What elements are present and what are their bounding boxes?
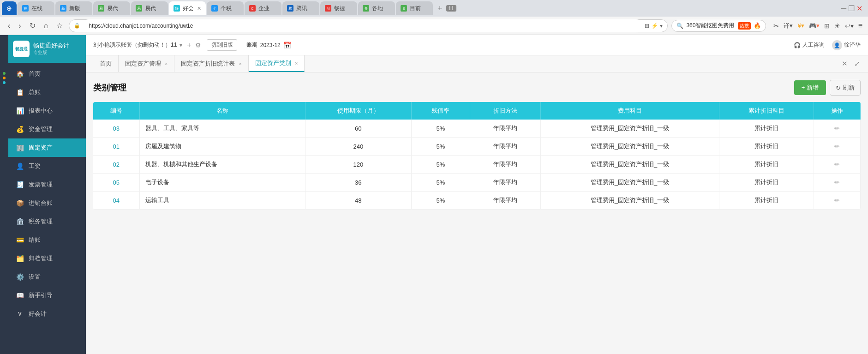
row3-expense: 管理费用_固定资产折旧_一级 <box>540 174 719 192</box>
settlement-icon: 💳 <box>16 236 24 244</box>
star-btn[interactable]: ☆ <box>54 20 65 31</box>
row0-code: 03 <box>93 120 139 138</box>
panel-close-btn[interactable]: ✕ <box>839 59 850 69</box>
tab-homepage[interactable]: 首页 <box>93 55 119 72</box>
new-tab-btn[interactable]: + <box>436 3 444 14</box>
tab-muqian[interactable]: S 目前 <box>396 1 433 15</box>
browser-close[interactable]: ✕ <box>856 4 862 13</box>
dropdown-icon[interactable]: ▾ <box>660 23 663 29</box>
add-category-btn[interactable]: + 新增 <box>794 80 826 95</box>
settings-gear-icon[interactable]: ⚙ <box>195 42 201 49</box>
service-btn[interactable]: 🎧 人工咨询 <box>794 41 825 49</box>
row1-code: 01 <box>93 138 139 156</box>
sidebar: 畅捷通 畅捷通好会计 专业版 🏠 首页 📋 总账 📊 报表中心 💰 资金 <box>8 35 86 354</box>
edit-icon-row2[interactable]: ✏ <box>834 161 840 168</box>
refresh-label: 刷新 <box>843 84 855 92</box>
edit-icon-row0[interactable]: ✏ <box>834 125 840 132</box>
sidebar-item-payroll[interactable]: 👤 工资 <box>8 157 86 175</box>
address-bar-input-wrapper[interactable]: 🔒 ⊞ ⚡ ▾ <box>69 19 668 32</box>
tab-icon-changjie: M <box>325 5 331 12</box>
tab-close-haohui[interactable]: ✕ <box>197 6 201 12</box>
tab-yidai2[interactable]: 易 易代 <box>131 1 168 15</box>
table-row: 03 器具、工具、家具等 60 5% 年限平均 管理费用_固定资产折旧_一级 累… <box>93 120 861 138</box>
period-value: 2023-12 <box>260 42 281 48</box>
sidebar-item-settings[interactable]: ⚙️ 设置 <box>8 268 86 286</box>
tab-tengxun[interactable]: 腾 腾讯 <box>282 1 319 15</box>
menu-icon[interactable]: ≡ <box>858 22 862 30</box>
sidebar-label-reports: 报表中心 <box>29 107 53 115</box>
sidebar-item-version[interactable]: V 好会计 <box>8 305 86 323</box>
row0-action[interactable]: ✏ <box>814 120 860 138</box>
tab-zaixian[interactable]: 在 在线 <box>18 1 54 15</box>
tab-changjie[interactable]: M 畅捷 <box>320 1 357 15</box>
cut-icon[interactable]: ✂ <box>773 22 779 30</box>
tab-xinban[interactable]: 新 新版 <box>55 1 92 15</box>
browser-restore[interactable]: ❐ <box>848 4 855 13</box>
sidebar-label-archive: 归档管理 <box>29 254 53 263</box>
sidebar-nav: 🏠 首页 📋 总账 📊 报表中心 💰 资金管理 🏢 固定资产 👤 工资 <box>8 63 86 354</box>
user-avatar[interactable]: 👤 徐泽华 <box>832 40 861 50</box>
edit-icon-row3[interactable]: ✏ <box>834 179 840 186</box>
tab-depreciation-table[interactable]: 固定资产折旧统计表 × <box>174 55 248 72</box>
edit-icon-row1[interactable]: ✏ <box>834 143 840 150</box>
data-table: 编号 名称 使用期限（月） 残值率 折旧方法 费用科目 累计折旧科目 操作 03… <box>93 102 861 210</box>
back-btn[interactable]: ‹ <box>6 21 12 31</box>
strip-dot-1 <box>3 72 6 75</box>
tab-geshui[interactable]: 个 个税 <box>207 1 244 15</box>
forward-btn[interactable]: › <box>16 21 23 31</box>
tab-gedi[interactable]: 各 各地 <box>358 1 395 15</box>
wallet-icon[interactable]: ¥▾ <box>797 22 804 29</box>
sidebar-item-settlement[interactable]: 💳 结账 <box>8 231 86 249</box>
row1-action[interactable]: ✏ <box>814 138 860 156</box>
sidebar-item-guide[interactable]: 📖 新手引导 <box>8 286 86 305</box>
th-accum: 累计折旧科目 <box>719 102 814 120</box>
logo-title: 畅捷通好会计 <box>33 42 69 50</box>
tab-asset-category[interactable]: 固定资产类别 × <box>249 55 305 72</box>
sidebar-item-funds[interactable]: 💰 资金管理 <box>8 120 86 138</box>
row4-action[interactable]: ✏ <box>814 192 860 210</box>
tab-close-depreciation-table[interactable]: × <box>239 61 241 66</box>
row1-period: 240 <box>305 138 411 156</box>
browser-minimize[interactable]: ─ <box>841 4 846 12</box>
tab-qiye[interactable]: C 企业 <box>245 1 281 15</box>
home-btn[interactable]: ⌂ <box>42 21 51 31</box>
calendar-icon[interactable]: 📅 <box>283 42 291 49</box>
sidebar-item-inventory[interactable]: 📦 进销台账 <box>8 194 86 212</box>
row2-period: 120 <box>305 156 411 174</box>
sidebar-item-tax[interactable]: 🏛️ 税务管理 <box>8 212 86 231</box>
sidebar-item-reports[interactable]: 📊 报表中心 <box>8 102 86 120</box>
sidebar-item-archive[interactable]: 🗂️ 归档管理 <box>8 249 86 268</box>
avatar-icon: 👤 <box>832 40 842 50</box>
search-box[interactable]: 🔍 360智能抠图免费用 热搜 🔥 <box>671 20 766 32</box>
sidebar-item-assets[interactable]: 🏢 固定资产 <box>8 138 86 157</box>
username-label: 徐泽华 <box>844 41 861 49</box>
tab-close-asset-mgmt[interactable]: × <box>165 61 168 66</box>
translate-icon[interactable]: 译▾ <box>784 22 793 30</box>
tab-close-asset-category[interactable]: × <box>295 60 298 66</box>
row3-action[interactable]: ✏ <box>814 174 860 192</box>
tab-haohui[interactable]: 好 好会 ✕ <box>169 1 206 15</box>
reload-btn[interactable]: ↻ <box>27 20 38 31</box>
sidebar-label-funds: 资金管理 <box>29 125 53 133</box>
tab-asset-mgmt[interactable]: 固定资产管理 × <box>119 55 174 72</box>
game-icon[interactable]: 🎮▾ <box>809 22 820 29</box>
grid-icon[interactable]: ⊞ <box>824 22 830 30</box>
tab-yidai1[interactable]: 易 易代 <box>93 1 130 15</box>
user-dropdown-icon[interactable]: ▾ <box>180 42 182 48</box>
row2-action[interactable]: ✏ <box>814 156 860 174</box>
sidebar-item-invoice[interactable]: 🧾 发票管理 <box>8 175 86 194</box>
edit-icon-row4[interactable]: ✏ <box>834 197 840 204</box>
refresh-btn[interactable]: ↻ 刷新 <box>830 80 861 96</box>
sidebar-item-home[interactable]: 🏠 首页 <box>8 65 86 83</box>
undo-icon[interactable]: ↩▾ <box>845 22 854 30</box>
add-btn[interactable]: + <box>187 41 191 49</box>
row3-period: 36 <box>305 174 411 192</box>
sun-icon[interactable]: ☀ <box>834 22 840 30</box>
address-input[interactable] <box>82 19 643 32</box>
table-row: 04 运输工具 48 5% 年限平均 管理费用_固定资产折旧_一级 累计折旧 ✏ <box>93 192 861 210</box>
panel-maximize-btn[interactable]: ⤢ <box>852 59 862 69</box>
inventory-icon: 📦 <box>16 199 24 207</box>
version-switch-btn[interactable]: 切到旧版 <box>207 39 237 51</box>
sidebar-item-ledger[interactable]: 📋 总账 <box>8 83 86 102</box>
row1-name: 房屋及建筑物 <box>139 138 305 156</box>
